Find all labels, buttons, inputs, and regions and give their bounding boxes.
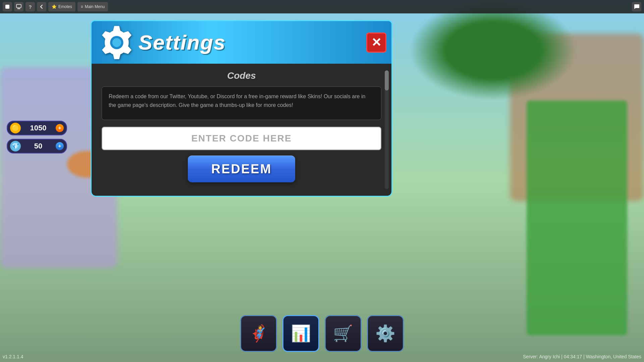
top-bar: ? ⭐ ⭐ Emotes Emotes ≡ Main Menu <box>0 0 644 13</box>
diamond-value: 50 <box>23 142 54 150</box>
version-text: v1.2.1.1.4 <box>3 354 23 359</box>
scrollbar-thumb[interactable] <box>385 70 389 90</box>
codes-description: Redeem a code from our Twitter, Youtube,… <box>102 86 381 120</box>
tab-icon[interactable] <box>14 2 23 11</box>
bg-trees <box>409 0 577 101</box>
svg-rect-1 <box>16 4 21 8</box>
main-menu-button[interactable]: ≡ Main Menu <box>77 2 108 11</box>
gold-currency: 🟡 1050 + <box>7 121 67 135</box>
shop-icon: 🛒 <box>333 324 353 343</box>
svg-rect-2 <box>17 8 20 9</box>
diamond-currency: 💎 50 + <box>7 139 67 154</box>
settings-icon: ⚙️ <box>375 324 395 343</box>
modal-title: Settings <box>139 31 226 54</box>
toolbar-settings-button[interactable]: ⚙️ <box>367 315 404 352</box>
codes-section-title: Codes <box>102 70 381 81</box>
currency-container: 🟡 1050 + 💎 50 + <box>7 121 67 154</box>
bg-green-wall <box>527 101 627 335</box>
roblox-icon[interactable] <box>3 2 12 11</box>
gold-plus-button[interactable]: + <box>56 124 64 132</box>
toolbar-leaderboard-button[interactable]: 📊 <box>282 315 319 352</box>
help-icon[interactable]: ? <box>25 2 35 11</box>
leaderboard-icon: 📊 <box>291 324 311 343</box>
back-icon[interactable] <box>37 2 46 11</box>
modal-header: Settings ✕ <box>91 20 392 64</box>
gold-icon: 🟡 <box>10 123 21 133</box>
gear-icon <box>98 24 135 61</box>
modal-close-button[interactable]: ✕ <box>366 33 386 53</box>
toolbar-shop-button[interactable]: 🛒 <box>325 315 362 352</box>
redeem-button[interactable]: REDEEM <box>188 156 295 182</box>
settings-modal: Settings ✕ Codes Redeem a code from our … <box>91 20 392 197</box>
chat-icon[interactable] <box>632 2 641 11</box>
svg-point-4 <box>112 38 121 47</box>
code-input[interactable] <box>102 127 381 150</box>
scrollbar[interactable] <box>385 70 389 189</box>
characters-icon: 🦸 <box>249 324 269 343</box>
diamond-icon: 💎 <box>10 141 21 152</box>
toolbar-characters-button[interactable]: 🦸 <box>240 315 277 352</box>
gold-value: 1050 <box>23 124 54 132</box>
emotes-button[interactable]: ⭐ ⭐ Emotes Emotes <box>48 2 75 11</box>
bottom-toolbar: 🦸 📊 🛒 ⚙️ <box>240 315 404 352</box>
modal-body: Codes Redeem a code from our Twitter, Yo… <box>91 64 392 197</box>
server-info-text: Server: Angry Ichi | 04:34:17 | Washingt… <box>523 354 641 359</box>
svg-rect-0 <box>5 5 9 9</box>
diamond-plus-button[interactable]: + <box>56 142 64 150</box>
